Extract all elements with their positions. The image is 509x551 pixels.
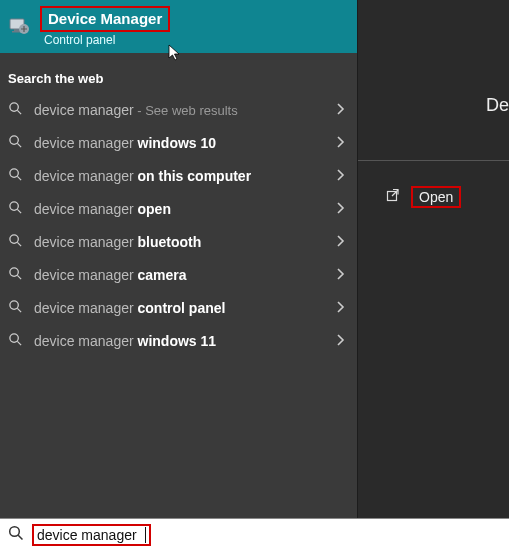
search-icon (8, 332, 24, 351)
search-bar (0, 518, 509, 551)
web-result-row[interactable]: device manager camera (0, 259, 357, 292)
divider (358, 160, 509, 161)
chevron-right-icon[interactable] (335, 332, 349, 350)
result-text: device manager control panel (34, 300, 325, 316)
web-result-row[interactable]: device manager open (0, 193, 357, 226)
chevron-right-icon[interactable] (335, 200, 349, 218)
result-text: device manager - See web results (34, 102, 325, 118)
svg-point-4 (10, 102, 18, 110)
svg-line-22 (18, 535, 22, 539)
svg-line-17 (17, 308, 21, 312)
open-label: Open (411, 186, 461, 208)
svg-line-13 (17, 242, 21, 246)
open-action[interactable]: Open (386, 186, 461, 208)
chevron-right-icon[interactable] (335, 299, 349, 317)
details-panel: De Open (357, 0, 509, 518)
svg-line-11 (17, 209, 21, 213)
web-result-row[interactable]: device manager control panel (0, 292, 357, 325)
svg-point-6 (10, 135, 18, 143)
search-web-header: Search the web (0, 53, 357, 94)
search-icon (8, 525, 24, 545)
result-text: device manager camera (34, 267, 325, 283)
svg-line-15 (17, 275, 21, 279)
svg-point-14 (10, 267, 18, 275)
svg-line-19 (17, 341, 21, 345)
search-icon (8, 299, 24, 318)
search-icon (8, 167, 24, 186)
web-result-row[interactable]: device manager - See web results (0, 94, 357, 127)
open-in-new-icon (386, 188, 401, 207)
svg-line-5 (17, 110, 21, 114)
web-result-row[interactable]: device manager on this computer (0, 160, 357, 193)
search-icon (8, 134, 24, 153)
result-text: device manager on this computer (34, 168, 325, 184)
result-text: device manager bluetooth (34, 234, 325, 250)
best-match-row[interactable]: Device Manager Control panel (0, 0, 357, 53)
search-results-panel: Device Manager Control panel Search the … (0, 0, 357, 518)
svg-point-8 (10, 168, 18, 176)
best-match-subtitle: Control panel (40, 33, 170, 47)
chevron-right-icon[interactable] (335, 233, 349, 251)
chevron-right-icon[interactable] (335, 167, 349, 185)
result-text: device manager windows 11 (34, 333, 325, 349)
search-icon (8, 200, 24, 219)
search-icon (8, 101, 24, 120)
web-result-row[interactable]: device manager windows 11 (0, 325, 357, 358)
chevron-right-icon[interactable] (335, 101, 349, 119)
chevron-right-icon[interactable] (335, 134, 349, 152)
search-icon (8, 233, 24, 252)
svg-point-21 (10, 527, 20, 537)
svg-line-9 (17, 176, 21, 180)
device-manager-icon (6, 13, 32, 39)
web-result-row[interactable]: device manager windows 10 (0, 127, 357, 160)
svg-point-18 (10, 333, 18, 341)
best-match-title: Device Manager (40, 6, 170, 32)
web-result-row[interactable]: device manager bluetooth (0, 226, 357, 259)
result-text: device manager windows 10 (34, 135, 325, 151)
svg-point-16 (10, 300, 18, 308)
result-text: device manager open (34, 201, 325, 217)
svg-line-7 (17, 143, 21, 147)
text-caret (145, 527, 146, 543)
chevron-right-icon[interactable] (335, 266, 349, 284)
search-input[interactable] (37, 527, 145, 543)
svg-point-10 (10, 201, 18, 209)
svg-point-12 (10, 234, 18, 242)
details-title-fragment: De (486, 95, 509, 116)
search-icon (8, 266, 24, 285)
